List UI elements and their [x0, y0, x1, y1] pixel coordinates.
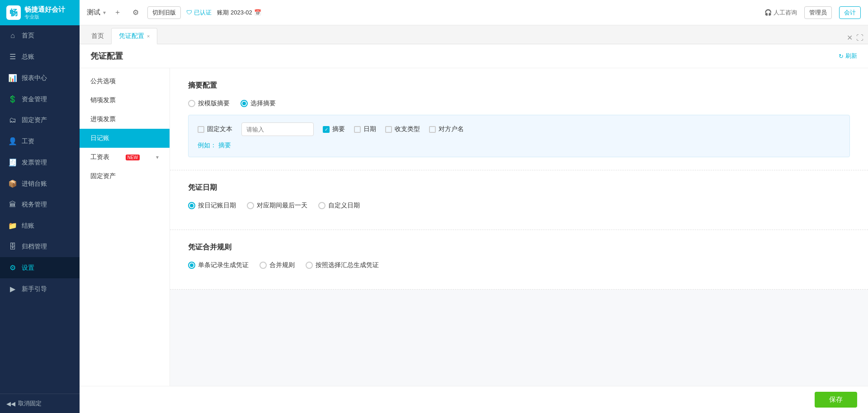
- sidebar-item-label: 设置: [22, 264, 34, 272]
- period-value: 2023-02: [231, 9, 252, 16]
- switch-version-button[interactable]: 切到旧版: [147, 6, 181, 19]
- left-menu-item-fixed-assets[interactable]: 固定资产: [80, 167, 170, 186]
- checkbox-counterpart[interactable]: 对方户名: [429, 125, 464, 133]
- sidebar-item-cash[interactable]: 💲 资金管理: [0, 89, 80, 110]
- sidebar-item-salary[interactable]: 👤 工资: [0, 131, 80, 152]
- new-badge: NEW: [126, 155, 140, 160]
- checkbox-summary[interactable]: ✓ 摘要: [323, 125, 345, 133]
- cash-icon: 💲: [8, 95, 17, 103]
- company-name: 测试: [87, 8, 100, 17]
- page-body: 公共选项 销项发票 进项发票 日记账 工资表 NEW ▾ 固定资产 摘要配置: [80, 68, 868, 386]
- assets-icon: 🗂: [8, 116, 17, 124]
- sidebar-item-label: 固定资产: [22, 116, 47, 124]
- sidebar-item-settings[interactable]: ⚙ 设置: [0, 257, 80, 278]
- main-area: 测试 ▾ ＋ ⚙ 切到旧版 🛡 已认证 账期 2023-02 📅 🎧 人工咨询 …: [80, 0, 868, 413]
- left-menu-item-purchase-invoice[interactable]: 进项发票: [80, 110, 170, 129]
- left-menu-item-payroll[interactable]: 工资表 NEW ▾: [80, 148, 170, 167]
- radio-single[interactable]: 单条记录生成凭证: [188, 261, 249, 269]
- sidebar-item-archive[interactable]: 🗄 归档管理: [0, 236, 80, 257]
- left-menu-item-public[interactable]: 公共选项: [80, 72, 170, 91]
- certified-label: 已认证: [194, 9, 212, 17]
- sidebar-item-tax[interactable]: 🏛 税务管理: [0, 194, 80, 215]
- by-date-circle: [188, 202, 195, 209]
- sidebar-item-label: 结账: [22, 222, 34, 230]
- sidebar-item-label: 报表中心: [22, 74, 47, 82]
- sales-icon: 📦: [8, 179, 17, 188]
- logo-sub: 专业版: [24, 14, 65, 20]
- tab-config[interactable]: 凭证配置 ×: [111, 28, 157, 44]
- period-info: 账期 2023-02 📅: [217, 9, 261, 17]
- sidebar-pin-toggle[interactable]: ◀◀ 取消固定: [0, 394, 80, 413]
- sidebar-item-ledger[interactable]: ☰ 总账: [0, 46, 80, 67]
- summary-label: 摘要: [332, 125, 345, 133]
- settings-gear-button[interactable]: ⚙: [129, 6, 142, 19]
- save-button[interactable]: 保存: [815, 392, 857, 408]
- close-tab-button[interactable]: ✕: [847, 33, 853, 42]
- summary-gen-label: 按照选择汇总生成凭证: [316, 261, 379, 269]
- checkbox-pay-type[interactable]: 收支类型: [385, 125, 420, 133]
- sidebar-item-close[interactable]: 📁 结账: [0, 215, 80, 236]
- merge-section-title: 凭证合并规则: [188, 243, 850, 252]
- tabbar: 首页 凭证配置 × ✕ ⛶: [80, 25, 868, 44]
- support-button[interactable]: 🎧 人工咨询: [764, 9, 797, 17]
- single-circle: [188, 262, 195, 269]
- merge-rules-label: 合并规则: [269, 261, 295, 269]
- radio-template[interactable]: 按模版摘要: [188, 99, 230, 108]
- invoice-icon: 🧾: [8, 158, 17, 167]
- sidebar-item-label: 归档管理: [22, 243, 47, 251]
- sidebar-item-assets[interactable]: 🗂 固定资产: [0, 110, 80, 131]
- sidebar-item-guide[interactable]: ▶ 新手引导: [0, 278, 80, 300]
- tab-home[interactable]: 首页: [84, 28, 111, 44]
- tab-config-label: 凭证配置: [119, 32, 144, 40]
- sidebar-logo: 畅 畅捷通好会计 专业版: [0, 0, 80, 25]
- sidebar-item-sales[interactable]: 📦 进销台账: [0, 173, 80, 194]
- company-selector[interactable]: 测试 ▾: [87, 8, 106, 17]
- add-button[interactable]: ＋: [111, 6, 124, 19]
- counterpart-checkbox: [429, 126, 436, 133]
- radio-select[interactable]: 选择摘要: [241, 99, 276, 108]
- date-checkbox: [354, 126, 361, 133]
- sidebar-item-invoice[interactable]: 🧾 发票管理: [0, 152, 80, 173]
- sidebar-item-label: 税务管理: [22, 201, 47, 209]
- left-menu-item-sales-invoice[interactable]: 销项发票: [80, 91, 170, 110]
- date-section-title: 凭证日期: [188, 183, 850, 192]
- tab-close-icon[interactable]: ×: [147, 33, 150, 39]
- radio-template-label: 按模版摘要: [198, 99, 230, 108]
- role-button[interactable]: 会计: [839, 6, 861, 19]
- summary-section: 摘要配置 按模版摘要 选择摘要: [170, 68, 868, 170]
- sidebar-nav: ⌂ 首页 ☰ 总账 📊 报表中心 💲 资金管理 🗂 固定资产 👤 工资 🧾 发票…: [0, 25, 80, 394]
- radio-summary-gen[interactable]: 按照选择汇总生成凭证: [306, 261, 379, 269]
- left-menu-item-journal[interactable]: 日记账: [80, 129, 170, 148]
- sidebar-item-label: 工资: [22, 137, 34, 145]
- radio-by-date[interactable]: 按日记账日期: [188, 202, 236, 210]
- radio-template-circle: [188, 100, 195, 107]
- expand-button[interactable]: ⛶: [856, 34, 863, 42]
- radio-merge-rules[interactable]: 合并规则: [259, 261, 295, 269]
- custom-date-circle: [318, 202, 326, 209]
- checkbox-fixed-text[interactable]: 固定文本: [198, 125, 232, 133]
- last-day-circle: [247, 202, 254, 209]
- sidebar-item-reports[interactable]: 📊 报表中心: [0, 67, 80, 89]
- fixed-text-input[interactable]: [241, 122, 314, 136]
- merge-section: 凭证合并规则 单条记录生成凭证 合并规则 按照选择汇总生成凭证: [170, 230, 868, 290]
- tabbar-actions: ✕ ⛶: [847, 33, 863, 44]
- tab-home-label: 首页: [91, 32, 104, 40]
- refresh-button[interactable]: ↻ 刷新: [839, 52, 857, 60]
- radio-custom-date[interactable]: 自定义日期: [318, 202, 360, 210]
- page-header-actions: ↻ 刷新: [839, 52, 857, 66]
- example-text: 例如： 摘要: [198, 141, 840, 150]
- topbar: 测试 ▾ ＋ ⚙ 切到旧版 🛡 已认证 账期 2023-02 📅 🎧 人工咨询 …: [80, 0, 868, 25]
- reports-icon: 📊: [8, 74, 17, 82]
- summary-checkbox: ✓: [323, 126, 330, 133]
- pin-icon: ◀◀: [6, 400, 15, 407]
- user-button[interactable]: 管理员: [804, 6, 832, 19]
- radio-last-day[interactable]: 对应期间最后一天: [247, 202, 307, 210]
- calendar-icon[interactable]: 📅: [254, 9, 261, 16]
- sidebar-item-home[interactable]: ⌂ 首页: [0, 25, 80, 46]
- sidebar-item-label: 首页: [22, 32, 34, 40]
- radio-select-circle: [241, 100, 248, 107]
- checkbox-date[interactable]: 日期: [354, 125, 376, 133]
- left-menu: 公共选项 销项发票 进项发票 日记账 工资表 NEW ▾ 固定资产: [80, 68, 170, 386]
- fixed-text-label: 固定文本: [207, 125, 232, 133]
- salary-icon: 👤: [8, 137, 17, 145]
